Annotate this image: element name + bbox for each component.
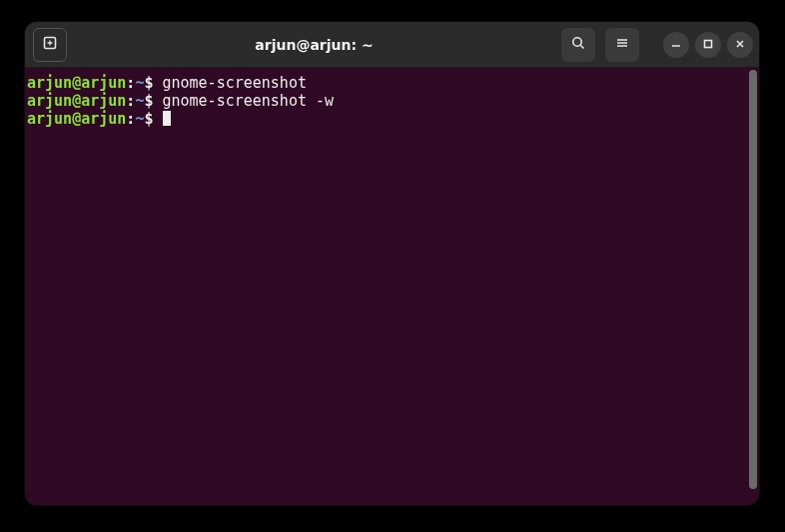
minimize-icon [670,35,682,54]
scrollbar-thumb[interactable] [749,70,757,489]
command-text: gnome-screenshot -w [153,92,334,110]
search-icon [570,35,586,55]
menu-button[interactable] [605,28,639,62]
terminal-line: arjun@arjun:~$ gnome-screenshot -w [27,92,757,110]
hamburger-icon [614,35,630,55]
maximize-icon [702,35,714,54]
scrollbar[interactable] [749,70,757,489]
svg-rect-2 [705,41,712,48]
minimize-button[interactable] [663,32,689,58]
command-text: gnome-screenshot [153,74,307,92]
close-button[interactable] [727,32,753,58]
terminal-line: arjun@arjun:~$ gnome-screenshot [27,74,757,92]
terminal-content: arjun@arjun:~$ gnome-screenshot arjun@ar… [27,74,757,128]
terminal-line: arjun@arjun:~$ [27,110,757,128]
prompt-user: arjun@arjun [27,74,126,92]
prompt-user: arjun@arjun [27,92,126,110]
titlebar-right [559,28,753,62]
new-tab-button[interactable] [33,28,67,62]
titlebar-left [31,28,69,62]
maximize-button[interactable] [695,32,721,58]
titlebar: arjun@arjun: ~ [25,22,759,68]
command-text [153,110,162,128]
prompt-user: arjun@arjun [27,110,126,128]
svg-point-1 [573,37,581,45]
search-button[interactable] [561,28,595,62]
terminal-window: arjun@arjun: ~ [25,22,759,505]
cursor [163,111,171,126]
terminal-area[interactable]: arjun@arjun:~$ gnome-screenshot arjun@ar… [25,68,759,505]
close-icon [734,35,746,54]
window-title: arjun@arjun: ~ [69,37,559,53]
new-tab-icon [42,35,58,55]
